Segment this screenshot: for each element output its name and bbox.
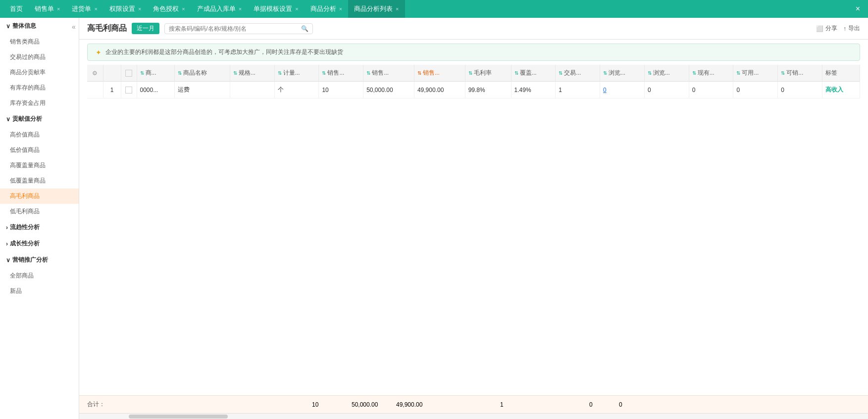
- sidebar-group-marketing[interactable]: ∨ 营销推广分析: [0, 252, 79, 268]
- chevron-down-icon: ∨: [6, 23, 10, 30]
- nav-product-inbound[interactable]: 产成品入库单 ×: [191, 0, 248, 18]
- search-input[interactable]: [169, 25, 299, 32]
- sidebar-group-trend[interactable]: › 流趋性分析: [0, 219, 79, 235]
- col-name-header[interactable]: ⇅ 商品名称: [175, 65, 230, 82]
- main-layout: « ∨ 整体信息 销售类商品 交易过的商品 商品分贡献率 有库存的商品 库存资金…: [0, 18, 868, 419]
- sidebar-group-overall[interactable]: ∨ 整体信息: [0, 18, 79, 34]
- info-bar: ✦ 企业的主要的利润都是这部分商品创造的，可考虑加大推广，同时关注库存是不要出现…: [87, 44, 860, 61]
- close-icon[interactable]: ×: [182, 6, 185, 12]
- col-available-header[interactable]: ⇅ 可用...: [733, 65, 778, 82]
- sidebar-item-stock-capital[interactable]: 库存资金占用: [0, 95, 79, 111]
- close-icon[interactable]: ×: [57, 6, 60, 12]
- nav-sales-order[interactable]: 销售单 ×: [29, 0, 66, 18]
- col-views2-header[interactable]: ⇅ 浏览...: [644, 65, 689, 82]
- sort-icon: ⇅: [692, 70, 696, 76]
- nav-product-analysis-list[interactable]: 商品分析列表 ×: [348, 0, 405, 18]
- close-icon[interactable]: ×: [396, 6, 399, 12]
- col-sales-qty-header[interactable]: ⇅ 销售...: [319, 65, 363, 82]
- col-code-header[interactable]: ⇅ 商...: [137, 65, 175, 82]
- date-filter-button[interactable]: 近一月: [132, 23, 159, 34]
- row-select-checkbox[interactable]: [125, 87, 132, 93]
- info-icon: ✦: [96, 48, 102, 56]
- sort-icon: ⇅: [278, 70, 282, 76]
- sidebar-collapse-button[interactable]: «: [69, 22, 79, 32]
- sidebar-item-high-coverage[interactable]: 高覆盖量商品: [0, 158, 79, 173]
- row-coverage: 1.49%: [511, 82, 556, 98]
- col-settings[interactable]: ⚙: [87, 65, 103, 82]
- nav-role-auth[interactable]: 角色授权 ×: [147, 0, 191, 18]
- sort-icon: ⇅: [736, 70, 740, 76]
- row-gross-rate: 99.8%: [465, 82, 511, 98]
- chevron-down-icon: ∨: [6, 257, 10, 264]
- nav-permission-settings[interactable]: 权限设置 ×: [103, 0, 147, 18]
- row-checkbox[interactable]: [121, 82, 137, 98]
- export-icon: ↑: [843, 25, 846, 32]
- col-unit-header[interactable]: ⇅ 计量...: [274, 65, 319, 82]
- search-icon[interactable]: 🔍: [301, 25, 308, 32]
- sort-icon: ⇅: [140, 70, 144, 76]
- col-stock-header[interactable]: ⇅ 现有...: [689, 65, 733, 82]
- select-all-checkbox[interactable]: [125, 70, 132, 77]
- sidebar-item-sales-goods[interactable]: 销售类商品: [0, 34, 79, 49]
- header-actions: ⬜ 分享 ↑ 导出: [816, 24, 860, 33]
- col-sales-amount-header[interactable]: ⇅ 销售...: [363, 65, 414, 82]
- close-all-button[interactable]: ×: [852, 4, 864, 13]
- sidebar-item-new-products[interactable]: 新品: [0, 283, 79, 299]
- share-button[interactable]: ⬜ 分享: [816, 24, 837, 33]
- data-table: ⚙ ⇅ 商...: [87, 65, 860, 98]
- nav-template-settings[interactable]: 单据模板设置 ×: [248, 0, 304, 18]
- sidebar-item-in-stock[interactable]: 有库存的商品: [0, 80, 79, 95]
- close-icon[interactable]: ×: [239, 6, 242, 12]
- content-header: 高毛利商品 近一月 🔍 ⬜ 分享 ↑ 导出: [79, 18, 868, 40]
- col-coverage-header[interactable]: ⇅ 覆盖...: [511, 65, 556, 82]
- sidebar-group-contribution[interactable]: ∨ 贡献值分析: [0, 111, 79, 127]
- sidebar-item-low-coverage[interactable]: 低覆盖量商品: [0, 173, 79, 188]
- sort-icon: ⇅: [366, 70, 370, 76]
- export-button[interactable]: ↑ 导出: [843, 24, 860, 33]
- row-settings: [87, 82, 103, 98]
- close-icon[interactable]: ×: [339, 6, 342, 12]
- close-icon[interactable]: ×: [94, 6, 97, 12]
- table-row: 1 0000... 运费 个 10 50,000.00 49,900.00 99…: [87, 82, 860, 98]
- footer-transactions: 1: [497, 401, 527, 408]
- content-area: 高毛利商品 近一月 🔍 ⬜ 分享 ↑ 导出 ✦ 企业的主要的利润都是这部分商品创…: [79, 18, 868, 419]
- settings-icon[interactable]: ⚙: [92, 70, 98, 77]
- sidebar-group-growth[interactable]: › 成长性分析: [0, 235, 79, 252]
- sidebar-item-contribution-rate[interactable]: 商品分贡献率: [0, 65, 79, 80]
- close-icon[interactable]: ×: [138, 6, 141, 12]
- col-sellable-header[interactable]: ⇅ 可销...: [778, 65, 822, 82]
- footer-sales-qty: 10: [309, 401, 349, 408]
- row-views1[interactable]: 0: [600, 82, 645, 98]
- col-views1-header[interactable]: ⇅ 浏览...: [600, 65, 645, 82]
- sidebar-item-low-value[interactable]: 低价值商品: [0, 142, 79, 158]
- sort-icon: ⇅: [178, 70, 182, 76]
- row-sellable: 0: [778, 82, 822, 98]
- sidebar-item-high-margin[interactable]: 高毛利商品: [0, 188, 79, 204]
- row-transactions: 1: [556, 82, 600, 98]
- horizontal-scrollbar[interactable]: [79, 413, 868, 419]
- sidebar-item-high-value[interactable]: 高价值商品: [0, 127, 79, 142]
- col-spec-header[interactable]: ⇅ 规格...: [230, 65, 274, 82]
- footer-stock: 0: [586, 401, 616, 408]
- row-code: 0000...: [137, 82, 175, 98]
- row-views2: 0: [644, 82, 689, 98]
- chevron-right-icon: ›: [6, 240, 8, 247]
- chevron-down-icon: ∨: [6, 116, 10, 123]
- col-gross-rate-header[interactable]: ⇅ 毛利率: [465, 65, 511, 82]
- col-tag-header[interactable]: 标签: [822, 65, 860, 82]
- col-sales-profit-header[interactable]: ⇅ 销售...: [414, 65, 465, 82]
- row-num: 1: [103, 82, 121, 98]
- close-icon[interactable]: ×: [295, 6, 298, 12]
- sidebar-item-traded-goods[interactable]: 交易过的商品: [0, 49, 79, 65]
- sidebar-item-all-products[interactable]: 全部商品: [0, 268, 79, 283]
- col-num: [103, 65, 121, 82]
- footer-sales-profit: 49,900.00: [393, 401, 438, 408]
- col-transactions-header[interactable]: ⇅ 交易...: [556, 65, 600, 82]
- sidebar-item-low-margin[interactable]: 低毛利商品: [0, 204, 79, 219]
- nav-product-analysis[interactable]: 商品分析 ×: [305, 0, 348, 18]
- nav-home[interactable]: 首页: [4, 0, 29, 18]
- search-box: 🔍: [164, 23, 313, 34]
- col-checkbox[interactable]: [121, 65, 137, 82]
- nav-purchase-order[interactable]: 进货单 ×: [66, 0, 103, 18]
- footer-available: 0: [616, 401, 646, 408]
